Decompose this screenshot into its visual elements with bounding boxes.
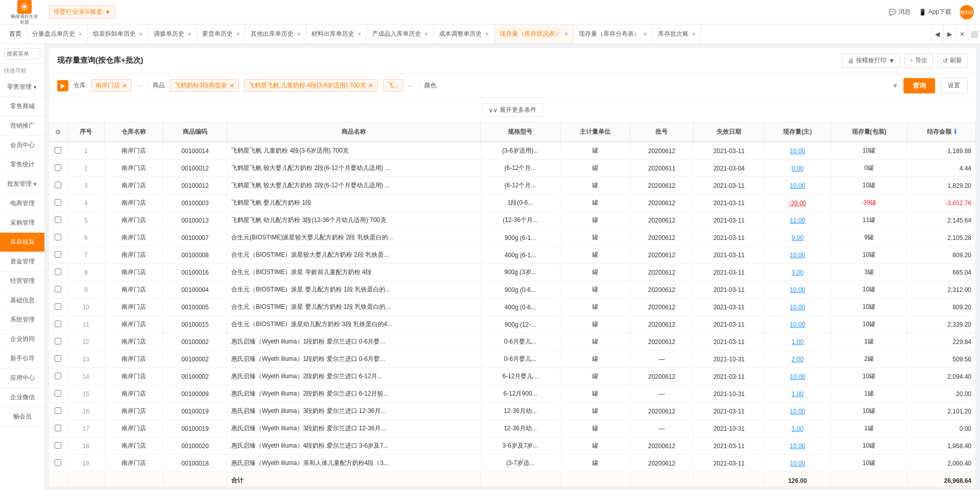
row-checkbox[interactable] bbox=[49, 316, 67, 333]
product-tag-1-close[interactable]: ✕ bbox=[368, 82, 373, 89]
sidebar-item-basic-info[interactable]: 基础信息 bbox=[0, 291, 44, 310]
row-qty[interactable]: 3.00 bbox=[765, 264, 830, 281]
tab-prev-arrow[interactable]: ◀ bbox=[931, 24, 943, 44]
refresh-button[interactable]: ↺ 刷新 bbox=[937, 53, 968, 68]
tab-order[interactable]: 要货单历史 ✕ bbox=[197, 24, 246, 44]
row-checkbox[interactable] bbox=[49, 194, 67, 212]
row-qty[interactable]: 0.00 bbox=[765, 160, 830, 177]
row-checkbox[interactable] bbox=[49, 212, 67, 229]
row-checkbox[interactable] bbox=[49, 333, 67, 351]
sidebar-item-purchase[interactable]: 采购管理 bbox=[0, 213, 44, 233]
sidebar-item-system[interactable]: 系统管理 bbox=[0, 310, 44, 330]
settings-button[interactable]: 设置 bbox=[940, 78, 968, 93]
product-more-icon[interactable]: ··· bbox=[408, 82, 413, 89]
row-checkbox[interactable] bbox=[49, 264, 67, 281]
row-checkbox[interactable] bbox=[49, 299, 67, 316]
tab-material-out[interactable]: 材料出库单历史 ✕ bbox=[306, 24, 367, 44]
product-tag-1[interactable]: 飞鹤星飞帆 儿童奶粉 4段(3-6岁适用) 700克 ✕ bbox=[244, 79, 378, 92]
row-checkbox[interactable] bbox=[49, 420, 67, 437]
sidebar-item-operations[interactable]: 经营管理 bbox=[0, 272, 44, 291]
sidebar-item-finance[interactable]: 资金管理 bbox=[0, 252, 44, 272]
product-tag-0[interactable]: 飞鹤奶粉3段两提装 ✕ bbox=[170, 79, 239, 92]
sidebar-item-wechat[interactable]: 企业微信 bbox=[0, 388, 44, 407]
row-qty[interactable]: 10.00 bbox=[765, 299, 830, 316]
row-qty[interactable]: 1.00 bbox=[765, 420, 830, 437]
row-qty[interactable]: 1.00 bbox=[765, 333, 830, 351]
sidebar-item-vip[interactable]: 畅会员 bbox=[0, 407, 44, 427]
color-dropdown-arrow[interactable]: ▼ bbox=[892, 82, 898, 89]
tab-home[interactable]: 首页 bbox=[4, 24, 27, 44]
row-checkbox[interactable] bbox=[49, 247, 67, 264]
sidebar-item-inventory[interactable]: 库存核算 bbox=[0, 233, 44, 252]
tab-mix[interactable]: 调拨单历史 ✕ bbox=[149, 24, 197, 44]
row-qty[interactable]: 10.00 bbox=[765, 281, 830, 299]
warehouse-more-icon[interactable]: ··· bbox=[137, 82, 142, 89]
tab-split-inventory[interactable]: 分量盘点单历史 ✕ bbox=[27, 24, 88, 44]
tab-disassemble[interactable]: 组装拆卸单历史 ✕ bbox=[88, 24, 149, 44]
row-checkbox[interactable] bbox=[49, 368, 67, 385]
sidebar-item-app-center[interactable]: 应用中心 bbox=[0, 369, 44, 388]
row-qty[interactable]: 10.00 bbox=[765, 316, 830, 333]
row-qty[interactable]: 10.00 bbox=[765, 177, 830, 194]
tab-close-stock-distribute[interactable]: ✕ bbox=[643, 31, 647, 37]
row-qty[interactable]: -39.00 bbox=[765, 194, 830, 212]
sidebar-item-ecommerce[interactable]: 电商管理 bbox=[0, 194, 44, 213]
tab-product-in[interactable]: 产成品入库单历史 ✕ bbox=[367, 24, 434, 44]
tab-batch-ledger[interactable]: 库存批次账 ✕ bbox=[653, 24, 701, 44]
app-download-button[interactable]: 📱 App下载 bbox=[919, 8, 951, 16]
sidebar-item-retail-store[interactable]: 零售商城 bbox=[0, 97, 44, 116]
row-qty[interactable]: 10.00 bbox=[765, 368, 830, 385]
settings-icon[interactable]: ⚙ bbox=[55, 129, 61, 136]
expand-filter-button[interactable]: ▶ bbox=[57, 80, 68, 91]
product-tag-0-close[interactable]: ✕ bbox=[229, 82, 234, 89]
tab-close-order[interactable]: ✕ bbox=[236, 31, 240, 37]
tab-close-stock-status[interactable]: ✕ bbox=[564, 31, 568, 37]
tab-cost-adjust[interactable]: 成本调整单历史 ✕ bbox=[434, 24, 495, 44]
template-print-button[interactable]: 🖨 按模板打印 ▼ bbox=[842, 53, 900, 68]
sidebar-item-guide[interactable]: 新手引导 bbox=[0, 349, 44, 369]
tab-next-arrow[interactable]: ▶ bbox=[943, 24, 955, 44]
row-checkbox[interactable] bbox=[49, 160, 67, 177]
row-checkbox[interactable] bbox=[49, 437, 67, 455]
row-checkbox[interactable] bbox=[49, 142, 67, 160]
product-tag-more[interactable]: 飞... bbox=[383, 79, 403, 92]
avatar[interactable]: demo2 bbox=[960, 5, 974, 19]
tag-close-icon[interactable]: ✕ bbox=[122, 82, 127, 89]
sidebar-item-wholesale[interactable]: 批发管理 ▼ bbox=[0, 175, 44, 194]
tab-stock-status[interactable]: 现存量（库存状况表） ✕ bbox=[495, 24, 574, 44]
row-qty[interactable]: 9.00 bbox=[765, 229, 830, 247]
row-checkbox[interactable] bbox=[49, 177, 67, 194]
export-button[interactable]: ↑ 导出 bbox=[904, 53, 933, 68]
row-qty[interactable]: 1.00 bbox=[765, 385, 830, 403]
tab-close-split[interactable]: ✕ bbox=[78, 31, 82, 37]
sidebar-item-member[interactable]: 会员中心 bbox=[0, 136, 44, 155]
query-button[interactable]: 查询 bbox=[903, 78, 935, 93]
sidebar-item-marketing[interactable]: 营销推广 bbox=[0, 116, 44, 136]
sidebar-item-retail-stats[interactable]: 零售统计 bbox=[0, 155, 44, 175]
tab-close-batch-ledger[interactable]: ✕ bbox=[692, 31, 696, 37]
row-qty[interactable]: 10.00 bbox=[765, 247, 830, 264]
sidebar-item-enterprise[interactable]: 企业协同 bbox=[0, 330, 44, 349]
tab-close-other-out[interactable]: ✕ bbox=[297, 31, 301, 37]
table-container[interactable]: ⚙ 序号 仓库名称 商品编码 商品名称 规格型号 主计量单位 批号 失效日期 现… bbox=[49, 122, 976, 486]
row-checkbox[interactable] bbox=[49, 455, 67, 472]
tab-close-material-out[interactable]: ✕ bbox=[357, 31, 361, 37]
warehouse-tag[interactable]: 南岸门店 ✕ bbox=[91, 79, 132, 92]
row-qty[interactable]: 10.00 bbox=[765, 142, 830, 160]
row-checkbox[interactable] bbox=[49, 281, 67, 299]
tab-other-out[interactable]: 其他出库单历史 ✕ bbox=[246, 24, 306, 44]
sidebar-item-retail-mgmt[interactable]: 零售管理 ▼ bbox=[0, 78, 44, 97]
messages-button[interactable]: 💬 消息 bbox=[889, 8, 911, 16]
tab-close-disassemble[interactable]: ✕ bbox=[139, 31, 143, 37]
row-checkbox[interactable] bbox=[49, 385, 67, 403]
row-checkbox[interactable] bbox=[49, 351, 67, 368]
row-qty[interactable]: 10.00 bbox=[765, 455, 830, 472]
row-checkbox[interactable] bbox=[49, 229, 67, 247]
row-qty[interactable]: 10.00 bbox=[765, 437, 830, 455]
tab-close-cost-adjust[interactable]: ✕ bbox=[485, 31, 489, 37]
tab-stock-distribute[interactable]: 现存量（库存分布表） ✕ bbox=[574, 24, 653, 44]
row-qty[interactable]: 11.00 bbox=[765, 212, 830, 229]
amount-info-icon[interactable]: ℹ bbox=[954, 128, 957, 135]
workspace-selector[interactable]: 母婴行业演示账套 ▼ bbox=[49, 5, 115, 19]
row-qty[interactable]: 2.00 bbox=[765, 351, 830, 368]
